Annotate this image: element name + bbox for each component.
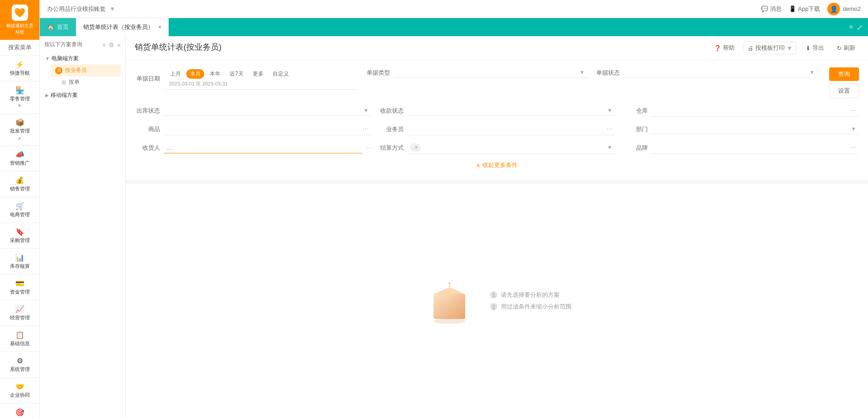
filter-row-4: 收货人 ··· 结算方式 × ▼: [135, 142, 859, 154]
date-opt-more[interactable]: 更多: [249, 69, 267, 79]
scheme-group-mobile-title[interactable]: ▶ 移动端方案: [44, 90, 121, 101]
salesperson-select[interactable]: ···: [407, 123, 615, 135]
query-button[interactable]: 查询: [829, 67, 859, 81]
payment-status-select[interactable]: ▼: [407, 105, 615, 116]
action-buttons: 查询 设置: [825, 67, 859, 98]
user-menu-btn[interactable]: 👤 demo2: [827, 3, 861, 15]
settings-button[interactable]: 设置: [829, 84, 859, 98]
sidebar-item-retail[interactable]: 🏪 零售管理 ▼: [0, 81, 39, 114]
filter-date: 单据日期 上月 本月 本年 近7天 更多 自定义 2023-03-01 至 20…: [135, 67, 358, 90]
product-select[interactable]: ···: [164, 123, 371, 135]
sidebar-item-wholesale[interactable]: 📦 批发管理 ▲: [0, 114, 39, 146]
salesperson-label: 业务员: [378, 125, 404, 133]
out-status-select[interactable]: ▼: [164, 105, 371, 116]
sidebar-item-marketing[interactable]: 📣 营销推广: [0, 146, 39, 171]
doc-status-select[interactable]: ▼: [623, 67, 817, 78]
page-header-actions: ❓ 帮助 🖨 按模板打印 ▼ ⬇ 导出 ↻ 刷新: [710, 42, 859, 60]
sidebar-item-quicknav[interactable]: ⚡ 快捷导航: [0, 56, 39, 81]
filter-department: 部门 ▼: [623, 124, 859, 134]
scheme-item-salesperson[interactable]: 员 按业务员: [51, 64, 121, 76]
refresh-btn[interactable]: ↻ 刷新: [833, 42, 859, 54]
brand-select[interactable]: ···: [651, 142, 859, 154]
empty-svg: ↑: [422, 274, 476, 328]
content-area: 按以下方案查询 + ⚙ « ▼ 电脑端方案 员 按业务员 ⊞: [40, 36, 868, 418]
doc-type-label: 单据类型: [365, 69, 390, 77]
scheme-group-desktop-title[interactable]: ▼ 电脑端方案: [44, 53, 121, 64]
chevron-down-icon: ▼: [607, 144, 613, 151]
group-arrow-icon: ▼: [45, 56, 50, 61]
chevron-down-icon: ▼: [607, 107, 613, 114]
tab-maximize-btn[interactable]: ⤢: [857, 23, 863, 32]
scheme-settings-btn[interactable]: ⚙: [108, 41, 114, 48]
date-opt-this-year[interactable]: 本年: [206, 69, 224, 79]
product-dropdown-icon[interactable]: ▼: [109, 5, 115, 12]
date-range-text: 2023-03-01 至 2023-03-31: [169, 81, 228, 87]
consignee-input[interactable]: [164, 142, 363, 153]
filter-row-2: 出库状态 ▼ 收款状态 ▼ 仓库: [135, 104, 859, 117]
more-options-icon: ···: [850, 143, 856, 152]
filter-consignee: 收货人 ···: [135, 142, 371, 153]
empty-hints: 1 请先选择要分析的方案 2 用过滤条件来缩小分析范围: [490, 291, 571, 311]
date-opt-prev-month[interactable]: 上月: [166, 69, 184, 79]
sidebar-item-basic[interactable]: 📋 基础信息: [0, 326, 39, 352]
date-opt-7days[interactable]: 近7天: [226, 69, 247, 79]
sidebar-item-newbie[interactable]: 🎯 新手引导: [0, 404, 39, 418]
add-scheme-btn[interactable]: +: [102, 41, 106, 48]
filter-payment-status: 收款状态 ▼: [378, 105, 615, 116]
page-header: 销货单统计表(按业务员) ❓ 帮助 🖨 按模板打印 ▼ ⬇ 导出: [126, 36, 868, 60]
tab-close-all-btn[interactable]: ×: [849, 23, 853, 31]
filter-area: 单据日期 上月 本月 本年 近7天 更多 自定义 2023-03-01 至 20…: [126, 60, 868, 180]
settlement-tag-close[interactable]: ×: [415, 144, 418, 151]
sidebar-search[interactable]: 搜索菜单: [0, 40, 39, 56]
app-download-btn[interactable]: 📱 App下载: [789, 5, 820, 13]
department-select[interactable]: ▼: [651, 124, 859, 134]
sidebar-item-sales[interactable]: 💰 销售管理: [0, 171, 39, 197]
more-options-icon: ···: [606, 125, 612, 133]
consignee-more-icon[interactable]: ···: [366, 144, 371, 151]
tab-home[interactable]: 🏠 首页: [40, 18, 76, 36]
out-status-label: 出库状态: [135, 107, 160, 115]
doc-status-label: 单据状态: [594, 69, 620, 77]
filter-product: 商品 ···: [135, 123, 371, 135]
sidebar-item-purchase[interactable]: 🔖 采购管理: [0, 223, 39, 249]
empty-state: ↑ 1 请先选择要分析的方案: [126, 184, 868, 418]
print-btn[interactable]: 🖨 按模板打印 ▼: [744, 42, 797, 54]
collapse-filters-btn[interactable]: ∧ 收起更多条件: [135, 157, 859, 173]
top-bar: 办公用品行业模拟账套 ▼ 💬 消息 📱 App下载 👤 demo2: [40, 0, 868, 18]
settlement-label: 结算方式: [378, 144, 404, 152]
tab-home-label: 首页: [57, 23, 69, 31]
filter-doc-type: 单据类型 ▼: [365, 67, 588, 78]
scheme-item-order[interactable]: ⊞ 按单: [57, 76, 121, 88]
empty-hint-2: 2 用过滤条件来缩小分析范围: [490, 303, 571, 311]
sidebar-item-inventory[interactable]: 📊 库存核算: [0, 249, 39, 275]
date-opt-custom[interactable]: 自定义: [269, 69, 292, 79]
tab-sales-stat[interactable]: 销货单统计表（按业务员） ×: [76, 18, 169, 36]
filter-out-status: 出库状态 ▼: [135, 105, 371, 116]
date-opt-this-month[interactable]: 本月: [186, 69, 204, 79]
sidebar-item-finance[interactable]: 💳 资金管理: [0, 275, 39, 300]
group-arrow-icon: ▶: [45, 93, 49, 98]
avatar: 👤: [827, 3, 840, 15]
warehouse-select[interactable]: ···: [651, 104, 859, 117]
settlement-select[interactable]: × ▼: [407, 142, 615, 154]
message-btn[interactable]: 💬 消息: [761, 5, 782, 13]
tab-close-btn[interactable]: ×: [158, 24, 161, 30]
chevron-down-icon: ▼: [809, 69, 815, 76]
export-btn[interactable]: ⬇ 导出: [802, 42, 828, 54]
product-label: 商品: [135, 125, 160, 133]
doc-type-select[interactable]: ▼: [394, 67, 588, 78]
svg-text:↑: ↑: [447, 279, 452, 289]
svg-point-4: [434, 318, 465, 324]
print-dropdown-icon: ▼: [787, 45, 793, 52]
more-options-icon: ···: [363, 125, 368, 133]
collapse-panel-btn[interactable]: «: [117, 41, 121, 48]
sidebar-item-enterprise[interactable]: 🤝 企业协同: [0, 378, 39, 404]
main-area: 办公用品行业模拟账套 ▼ 💬 消息 📱 App下载 👤 demo2 🏠 首页: [40, 0, 868, 418]
sidebar-item-ecommerce[interactable]: 🛒 电商管理: [0, 197, 39, 223]
sidebar-item-operations[interactable]: 📈 经营管理: [0, 300, 39, 326]
help-btn[interactable]: ❓ 帮助: [710, 42, 738, 54]
sidebar-item-system[interactable]: ⚙ 系统管理: [0, 352, 39, 378]
filter-brand: 品牌 ···: [623, 142, 859, 154]
user-name: demo2: [843, 5, 861, 12]
export-icon: ⬇: [806, 45, 811, 52]
